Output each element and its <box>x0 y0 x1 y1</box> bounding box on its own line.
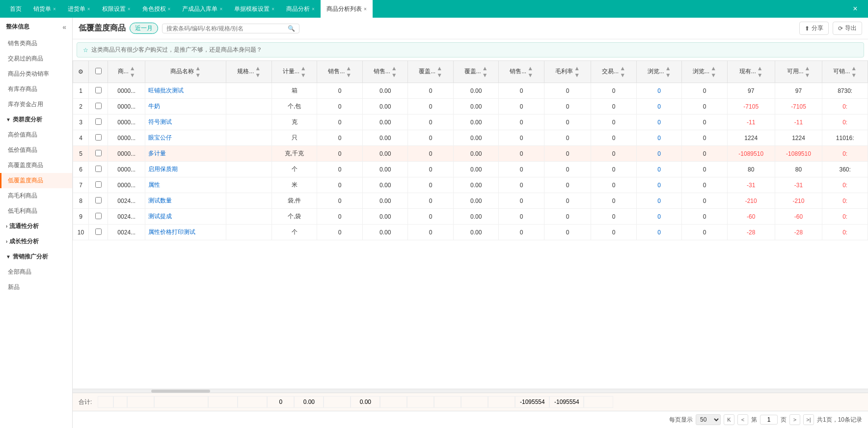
prev-page-btn[interactable]: < <box>737 414 748 425</box>
row-browse1[interactable]: 0 <box>636 83 681 99</box>
row-checkbox[interactable] <box>89 193 108 209</box>
scrollbar-area[interactable] <box>73 389 868 393</box>
time-filter-btn[interactable]: 近一月 <box>130 23 158 34</box>
sidebar-item-stock-funds[interactable]: 库存资金占用 <box>0 97 72 112</box>
row-browse1[interactable]: 0 <box>636 162 681 177</box>
th-sales3[interactable]: 销售...▲▼ <box>499 61 544 83</box>
nav-permissions[interactable]: 权限设置 × <box>96 0 136 18</box>
th-checkbox[interactable] <box>89 61 108 83</box>
row-name[interactable]: 属性 <box>145 177 226 193</box>
sidebar-section-cluster[interactable]: ▼ 类群度分析 <box>0 112 72 127</box>
row-checkbox[interactable] <box>89 83 108 99</box>
nav-sales[interactable]: 销货单 × <box>27 0 62 18</box>
row-select-checkbox[interactable] <box>95 87 102 93</box>
row-select-checkbox[interactable] <box>95 134 102 141</box>
next-page-btn[interactable]: > <box>789 414 800 425</box>
search-input[interactable] <box>166 25 288 32</box>
th-sales-qty[interactable]: 销售...▲▼ <box>317 61 362 83</box>
row-name[interactable]: 旺铺批次测试 <box>145 83 226 99</box>
th-spec[interactable]: 规格...▲▼ <box>226 61 271 83</box>
row-browse1[interactable]: 0 <box>636 146 681 162</box>
sidebar-item-sales-goods[interactable]: 销售类商品 <box>0 36 72 51</box>
nav-close-role[interactable]: × <box>168 6 171 12</box>
page-number-input[interactable] <box>760 415 778 425</box>
first-page-btn[interactable]: K <box>724 414 734 425</box>
nav-product-stock[interactable]: 产成品入库单 × <box>176 0 228 18</box>
row-checkbox[interactable] <box>89 177 108 193</box>
row-name[interactable]: 测试提成 <box>145 209 226 225</box>
row-select-checkbox[interactable] <box>95 150 102 156</box>
nav-role[interactable]: 角色授权 × <box>136 0 177 18</box>
th-available[interactable]: 可用...▲▼ <box>775 61 822 83</box>
nav-close-product-stock[interactable]: × <box>219 6 222 12</box>
row-name[interactable]: 符号测试 <box>145 114 226 130</box>
th-trade[interactable]: 交易...▲▼ <box>591 61 636 83</box>
th-browse2[interactable]: 浏览...▲▼ <box>682 61 727 83</box>
th-cover2[interactable]: 覆盖...▲▼ <box>453 61 498 83</box>
row-select-checkbox[interactable] <box>95 118 102 125</box>
sidebar-section-growth[interactable]: › 成长性分析 <box>0 234 72 249</box>
row-name[interactable]: 测试数量 <box>145 193 226 209</box>
nav-close-purchase[interactable]: × <box>87 6 90 12</box>
sidebar-item-low-profit[interactable]: 低毛利商品 <box>0 203 72 219</box>
th-settings[interactable]: ⚙ <box>73 61 89 83</box>
nav-close-goods-analysis[interactable]: × <box>312 6 315 12</box>
th-sellable[interactable]: 可销...▲▼ <box>822 61 868 83</box>
row-browse1[interactable]: 0 <box>636 177 681 193</box>
row-checkbox[interactable] <box>89 146 108 162</box>
nav-purchase[interactable]: 进货单 × <box>62 0 96 18</box>
row-select-checkbox[interactable] <box>95 181 102 188</box>
row-browse1[interactable]: 0 <box>636 209 681 225</box>
sidebar-item-low-value[interactable]: 低价值商品 <box>0 143 72 158</box>
per-page-select[interactable]: 50 100 200 <box>696 414 721 425</box>
row-browse1[interactable]: 0 <box>636 99 681 114</box>
row-checkbox[interactable] <box>89 225 108 240</box>
th-unit[interactable]: 计量...▲▼ <box>271 61 317 83</box>
sidebar-section-flow[interactable]: › 流通性分析 <box>0 219 72 234</box>
sidebar-section-marketing[interactable]: ▼ 营销推广分析 <box>0 249 72 264</box>
sidebar-item-all-goods[interactable]: 全部商品 <box>0 264 72 280</box>
row-select-checkbox[interactable] <box>95 213 102 219</box>
last-page-btn[interactable]: >| <box>803 414 814 425</box>
nav-close-goods-list[interactable]: × <box>364 6 367 12</box>
sidebar-item-high-value[interactable]: 高价值商品 <box>0 127 72 143</box>
row-browse1[interactable]: 0 <box>636 225 681 240</box>
row-checkbox[interactable] <box>89 130 108 146</box>
nav-home[interactable]: 首页 <box>4 0 27 18</box>
nav-template[interactable]: 单据模板设置 × <box>228 0 280 18</box>
select-all-checkbox[interactable] <box>95 68 102 74</box>
share-btn[interactable]: ⬆ 分享 <box>799 22 829 35</box>
sidebar-item-stock-goods[interactable]: 有库存商品 <box>0 82 72 97</box>
row-browse1[interactable]: 0 <box>636 193 681 209</box>
sidebar-collapse-btn[interactable]: « <box>62 23 66 31</box>
search-icon[interactable]: 🔍 <box>288 25 295 32</box>
th-gross-rate[interactable]: 毛利率▲▼ <box>544 61 591 83</box>
sidebar-item-category-rate[interactable]: 商品分类动销率 <box>0 66 72 82</box>
row-name[interactable]: 多计量 <box>145 146 226 162</box>
sidebar-item-new-goods[interactable]: 新品 <box>0 280 72 295</box>
nav-close-template[interactable]: × <box>271 6 274 12</box>
th-name[interactable]: 商品名称▲▼ <box>145 61 226 83</box>
th-browse1[interactable]: 浏览...▲▼ <box>636 61 681 83</box>
row-browse1[interactable]: 0 <box>636 130 681 146</box>
row-checkbox[interactable] <box>89 99 108 114</box>
row-select-checkbox[interactable] <box>95 197 102 203</box>
table-wrapper[interactable]: ⚙ 商...▲▼ 商品名称▲▼ 规格...▲▼ 计量...▲▼ 销售...▲▼ … <box>73 60 868 389</box>
window-close-btn[interactable]: × <box>846 0 864 18</box>
th-current[interactable]: 现有...▲▼ <box>727 61 775 83</box>
row-select-checkbox[interactable] <box>95 228 102 235</box>
nav-close-permissions[interactable]: × <box>128 6 131 12</box>
row-checkbox[interactable] <box>89 209 108 225</box>
sidebar-item-low-coverage[interactable]: 低覆盖度商品 <box>0 173 72 188</box>
row-name[interactable]: 启用保质期 <box>145 162 226 177</box>
th-code[interactable]: 商...▲▼ <box>108 61 145 83</box>
sidebar-item-traded-goods[interactable]: 交易过的商品 <box>0 51 72 66</box>
nav-close-sales[interactable]: × <box>53 6 56 12</box>
row-browse1[interactable]: 0 <box>636 114 681 130</box>
row-checkbox[interactable] <box>89 162 108 177</box>
sidebar-item-high-profit[interactable]: 高毛利商品 <box>0 188 72 203</box>
row-name[interactable]: 牛奶 <box>145 99 226 114</box>
row-checkbox[interactable] <box>89 114 108 130</box>
nav-goods-analysis[interactable]: 商品分析 × <box>280 0 321 18</box>
nav-goods-analysis-list[interactable]: 商品分析列表 × <box>321 0 373 18</box>
